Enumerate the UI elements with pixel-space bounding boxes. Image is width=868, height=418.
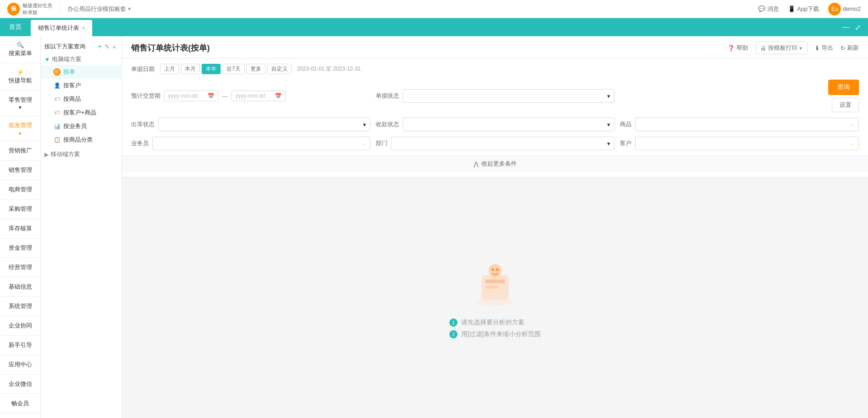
collapse-panel-button[interactable]: « — [113, 43, 116, 50]
logo-icon: 畅 — [7, 3, 20, 15]
nav-icon: ⚡ — [17, 69, 24, 76]
collapse-filters-button[interactable]: ⋀ 收起更多条件 — [122, 156, 868, 171]
customer-filter: 客户 ··· — [620, 137, 859, 150]
query-button[interactable]: 查询 — [828, 80, 859, 95]
custom-btn[interactable]: 自定义 — [267, 64, 292, 74]
scheme-item-by-category[interactable]: 📋 按商品分类 — [41, 133, 122, 147]
avatar: Ea — [828, 3, 841, 15]
sidebar-item-guide[interactable]: 新手引导 — [0, 336, 40, 355]
sidebar-item-enterprise[interactable]: 企业协同 — [0, 316, 40, 336]
sidebar-item-marketing[interactable]: 营销推广 — [0, 141, 40, 161]
filter-area: 单据日期 上月 本月 本年 近7天 更多 自定义 2023-01-01 至 20… — [122, 58, 868, 177]
empty-tip-1: 1 请先选择要分析的方案 — [449, 318, 541, 327]
message-icon: 💬 — [758, 5, 765, 12]
main-layout: 🔍 搜索菜单 ⚡ 快捷导航 零售管理 ▼ 批发管理 ▲ 营销推广 销售管理 电商… — [0, 36, 868, 418]
customer-select[interactable]: ··· — [635, 137, 859, 150]
customer-icon: 👤 — [53, 82, 61, 89]
export-button[interactable]: ⬇ 导出 — [815, 44, 833, 52]
top-bar: 畅 畅捷通好生意 标准版 办公用品行业模拟账套 ▾ 💬 消息 📱 App下载 E… — [0, 0, 868, 18]
print-button[interactable]: 🖨 按模板打印 ▾ — [755, 42, 807, 54]
sidebar-item-inventory[interactable]: 库存核算 — [0, 219, 40, 238]
scheme-item-by-customer[interactable]: 👤 按客户 — [41, 79, 122, 92]
expected-date-end-input[interactable]: yyyy-mm-dd 📅 — [231, 90, 286, 101]
window-maximize-button[interactable]: ⤢ — [855, 23, 861, 32]
sidebar-item-wechat[interactable]: 企业微信 — [0, 375, 40, 394]
sidebar-item-member[interactable]: 畅会员 — [0, 394, 40, 413]
pc-scheme-section: ▼ 电脑端方案 按 按单 👤 按客户 🏷 按商品 🏷 按客户+商品 — [41, 53, 122, 147]
ship-status-select[interactable]: ▾ — [158, 118, 370, 131]
top-bar-right: 💬 消息 📱 App下载 Ea demo2 — [758, 3, 861, 15]
mobile-scheme-header[interactable]: ▶ 移动端方案 — [41, 148, 122, 160]
tab-bar: 首页 销售订单统计表 × — ⤢ — [0, 18, 868, 36]
goods-select[interactable]: ··· — [635, 118, 859, 131]
empty-state: 1 请先选择要分析的方案 2 用[过滤]条件来缩小分析范围 — [122, 177, 868, 418]
sidebar-item-finance[interactable]: 资金管理 — [0, 238, 40, 258]
expected-date-filter: 预计交货期 yyyy-mm-dd 📅 — yyyy-mm-dd 📅 — [131, 90, 370, 101]
sidebar-item-purchase[interactable]: 采购管理 — [0, 200, 40, 219]
sidebar-item-basic-info[interactable]: 基础信息 — [0, 277, 40, 297]
goods-ellipsis-icon: ··· — [850, 121, 855, 128]
sidebar-item-wholesale[interactable]: 批发管理 ▲ — [0, 116, 40, 141]
dept-select[interactable]: ▾ — [391, 137, 615, 150]
receipt-status-select[interactable]: ▾ — [403, 118, 615, 131]
scheme-item-by-customer-goods[interactable]: 🏷 按客户+商品 — [41, 106, 122, 119]
left-panel-actions: + ✎ « — [98, 43, 116, 51]
sidebar-item-system[interactable]: 系统管理 — [0, 297, 40, 316]
sidebar-item-quick-nav[interactable]: ⚡ 快捷导航 — [0, 63, 40, 90]
more-btn[interactable]: 更多 — [246, 64, 265, 74]
bill-status-select[interactable]: ▾ — [403, 89, 615, 103]
page-actions: ❓ 帮助 🖨 按模板打印 ▾ ⬇ 导出 ↻ 刷新 — [727, 42, 859, 54]
tab-home[interactable]: 首页 — [0, 18, 31, 36]
refresh-button[interactable]: ↻ 刷新 — [840, 44, 859, 52]
print-arrow-icon: ▾ — [799, 45, 802, 52]
scheme-item-by-salesperson[interactable]: 📊 按业务员 — [41, 119, 122, 133]
dept-arrow-icon: ▾ — [607, 140, 610, 147]
customer-ellipsis-icon: ··· — [850, 140, 855, 147]
category-icon: 📋 — [53, 136, 61, 143]
download-icon: 📱 — [788, 5, 795, 12]
date-shortcuts: 上月 本月 本年 近7天 更多 自定义 — [160, 64, 292, 74]
scheme-item-by-order[interactable]: 按 按单 — [41, 65, 122, 79]
salesperson-select[interactable]: ··· — [152, 137, 370, 150]
sidebar-item-retail[interactable]: 零售管理 ▼ — [0, 90, 40, 116]
chevron-down-icon: ▼ — [44, 56, 50, 63]
this-month-btn[interactable]: 本月 — [181, 64, 200, 74]
window-minimize-button[interactable]: — — [842, 23, 849, 31]
scheme-active-icon: 按 — [53, 68, 61, 76]
scheme-item-by-goods[interactable]: 🏷 按商品 — [41, 92, 122, 106]
sidebar: 🔍 搜索菜单 ⚡ 快捷导航 零售管理 ▼ 批发管理 ▲ 营销推广 销售管理 电商… — [0, 36, 41, 418]
message-button[interactable]: 💬 消息 — [758, 5, 779, 13]
setting-button[interactable]: 设置 — [832, 98, 859, 112]
last-month-btn[interactable]: 上月 — [160, 64, 179, 74]
sidebar-item-sales[interactable]: 销售管理 — [0, 161, 40, 180]
app-download-button[interactable]: 📱 App下载 — [788, 5, 819, 13]
help-button[interactable]: ❓ 帮助 — [727, 44, 748, 52]
sidebar-item-management[interactable]: 经营管理 — [0, 258, 40, 277]
salesperson-ellipsis-icon: ··· — [361, 140, 366, 147]
refresh-icon: ↻ — [840, 45, 845, 52]
chevron-up-icon: ▲ — [18, 130, 23, 135]
expected-date-start-input[interactable]: yyyy-mm-dd 📅 — [164, 90, 218, 101]
logo-text: 畅捷通好生意 标准版 — [23, 2, 52, 15]
right-content: 销售订单统计表(按单) ❓ 帮助 🖨 按模板打印 ▾ ⬇ 导出 — [122, 36, 868, 418]
sidebar-item-search[interactable]: 🔍 搜索菜单 — [0, 36, 40, 63]
left-panel: 按以下方案查询 + ✎ « ▼ 电脑端方案 按 按单 👤 按 — [41, 36, 122, 418]
breadcrumb[interactable]: 办公用品行业模拟账套 ▾ — [67, 5, 131, 13]
last7-btn[interactable]: 近7天 — [222, 64, 245, 74]
sidebar-item-ecommerce[interactable]: 电商管理 — [0, 180, 40, 200]
calendar-icon: 📅 — [208, 93, 214, 99]
receipt-status-filter: 收款状态 ▾ — [376, 118, 615, 131]
tab-close-icon[interactable]: × — [82, 25, 85, 31]
edit-scheme-button[interactable]: ✎ — [104, 43, 110, 50]
user-area[interactable]: Ea demo2 — [828, 3, 861, 15]
sidebar-item-app-center[interactable]: 应用中心 — [0, 355, 40, 375]
add-scheme-button[interactable]: + — [98, 43, 102, 51]
this-year-btn[interactable]: 本年 — [202, 64, 221, 74]
svg-rect-3 — [485, 286, 499, 289]
tab-sales-order-stats[interactable]: 销售订单统计表 × — [31, 20, 92, 36]
pc-scheme-header[interactable]: ▼ 电脑端方案 — [41, 53, 122, 65]
ship-select-arrow-icon: ▾ — [363, 121, 366, 128]
salesperson-filter: 业务员 ··· — [131, 137, 370, 150]
goods-icon: 🏷 — [53, 95, 61, 103]
calendar-end-icon: 📅 — [275, 93, 282, 99]
